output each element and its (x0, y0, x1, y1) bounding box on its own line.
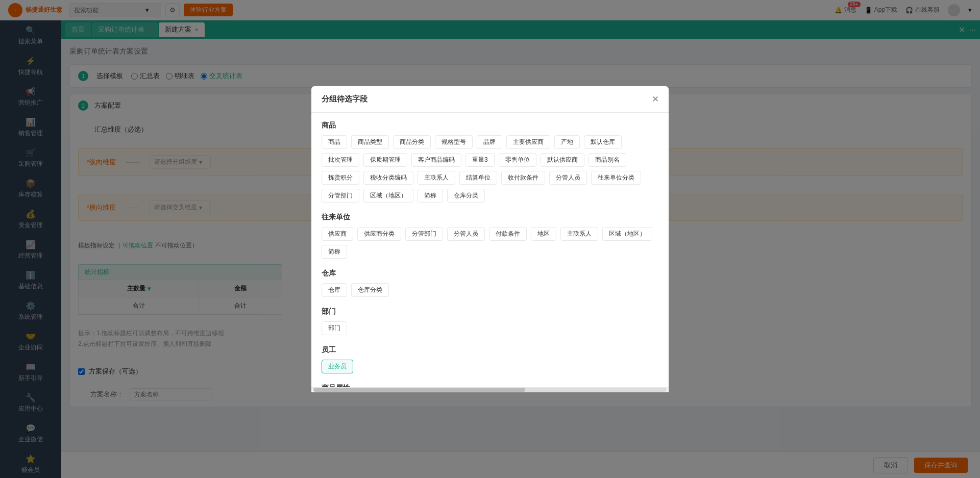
field-tag-region[interactable]: 区域（地区） (363, 189, 413, 203)
field-tag-payment-terms2[interactable]: 付款条件 (489, 227, 527, 241)
field-tag-pick-score[interactable]: 拣货积分 (322, 171, 359, 185)
field-tag-goods-alias[interactable]: 商品别名 (589, 153, 626, 167)
modal-header: 分组待选字段 ✕ (311, 86, 669, 113)
modal-overlay: 分组待选字段 ✕ 商品 商品 商品类型 商品分类 规格型号 品牌 主要供应商 产… (0, 0, 980, 478)
field-section-goods-attr: 商品属性 属性 颜色 多规格 尺码 鞋码 1 (322, 384, 658, 387)
field-section-warehouse-title: 仓库 (322, 269, 658, 278)
field-tag-default-supplier[interactable]: 默认供应商 (541, 153, 584, 167)
field-tag-short-name2[interactable]: 简称 (322, 245, 347, 259)
field-tag-main-contact2[interactable]: 主联系人 (560, 227, 598, 241)
field-tag-spec-model[interactable]: 规格型号 (435, 135, 473, 149)
field-section-goods-attr-title: 商品属性 (322, 384, 658, 387)
field-tag-brand[interactable]: 品牌 (477, 135, 502, 149)
field-tag-weight[interactable]: 重量3 (465, 153, 495, 167)
modal-close-button[interactable]: ✕ (652, 94, 658, 104)
field-tags-department: 部门 (322, 321, 658, 335)
field-tag-supervisor2[interactable]: 分管人员 (447, 227, 485, 241)
field-tag-department[interactable]: 部门 (322, 321, 347, 335)
field-section-department: 部门 部门 (322, 307, 658, 335)
field-tags-staff: 业务员 (322, 360, 658, 373)
field-tag-expiry-mgmt[interactable]: 保质期管理 (363, 153, 407, 167)
field-tag-goods[interactable]: 商品 (322, 135, 347, 149)
field-tag-warehouse-category[interactable]: 仓库分类 (447, 189, 485, 203)
field-section-goods-title: 商品 (322, 121, 658, 130)
field-section-counterparty-title: 往来单位 (322, 213, 658, 222)
field-tag-supplier-category[interactable]: 供应商分类 (357, 227, 401, 241)
field-tag-dept-mgmt[interactable]: 分管部门 (322, 189, 359, 203)
field-tag-customer-code[interactable]: 客户商品编码 (411, 153, 461, 167)
field-tag-retail-unit[interactable]: 零售单位 (499, 153, 536, 167)
field-tag-warehouse[interactable]: 仓库 (322, 283, 347, 297)
field-tag-contact-category[interactable]: 往来单位分类 (591, 171, 641, 185)
field-section-goods: 商品 商品 商品类型 商品分类 规格型号 品牌 主要供应商 产地 默认仓库 批次… (322, 121, 658, 203)
field-tag-goods-category[interactable]: 商品分类 (393, 135, 431, 149)
modal-title: 分组待选字段 (322, 94, 368, 104)
field-section-warehouse: 仓库 仓库 仓库分类 (322, 269, 658, 297)
modal-body[interactable]: 商品 商品 商品类型 商品分类 规格型号 品牌 主要供应商 产地 默认仓库 批次… (311, 113, 669, 387)
field-tag-batch-mgmt[interactable]: 批次管理 (322, 153, 359, 167)
field-tag-settlement-unit[interactable]: 结算单位 (459, 171, 497, 185)
field-tag-supplier[interactable]: 供应商 (322, 227, 353, 241)
field-tag-warehouse-cat[interactable]: 仓库分类 (351, 283, 389, 297)
field-section-staff: 员工 业务员 (322, 345, 658, 373)
field-section-staff-title: 员工 (322, 345, 658, 355)
field-tag-salesperson[interactable]: 业务员 (322, 360, 353, 373)
field-section-counterparty: 往来单位 供应商 供应商分类 分管部门 分管人员 付款条件 地区 主联系人 区域… (322, 213, 658, 259)
field-tag-supervisor[interactable]: 分管人员 (549, 171, 587, 185)
field-tag-origin[interactable]: 产地 (554, 135, 580, 149)
field-tags-warehouse: 仓库 仓库分类 (322, 283, 658, 297)
field-tag-district[interactable]: 地区 (531, 227, 556, 241)
field-tag-region2[interactable]: 区域（地区） (602, 227, 652, 241)
field-tag-payment-terms[interactable]: 收付款条件 (501, 171, 545, 185)
field-tag-main-supplier[interactable]: 主要供应商 (506, 135, 550, 149)
field-tag-tax-code[interactable]: 税收分类编码 (363, 171, 413, 185)
field-section-department-title: 部门 (322, 307, 658, 316)
field-tag-goods-type[interactable]: 商品类型 (351, 135, 389, 149)
modal-scrollbar-area[interactable] (311, 387, 669, 392)
field-tag-default-warehouse[interactable]: 默认仓库 (584, 135, 622, 149)
field-tag-short-name[interactable]: 简称 (418, 189, 443, 203)
field-tags-counterparty: 供应商 供应商分类 分管部门 分管人员 付款条件 地区 主联系人 区域（地区） … (322, 227, 658, 259)
field-tag-dept-mgmt2[interactable]: 分管部门 (405, 227, 443, 241)
modal-dialog: 分组待选字段 ✕ 商品 商品 商品类型 商品分类 规格型号 品牌 主要供应商 产… (311, 86, 669, 392)
scrollbar-thumb[interactable] (313, 388, 525, 392)
field-tag-main-contact[interactable]: 主联系人 (418, 171, 455, 185)
field-tags-goods: 商品 商品类型 商品分类 规格型号 品牌 主要供应商 产地 默认仓库 批次管理 … (322, 135, 658, 203)
horizontal-scrollbar[interactable] (313, 388, 667, 392)
